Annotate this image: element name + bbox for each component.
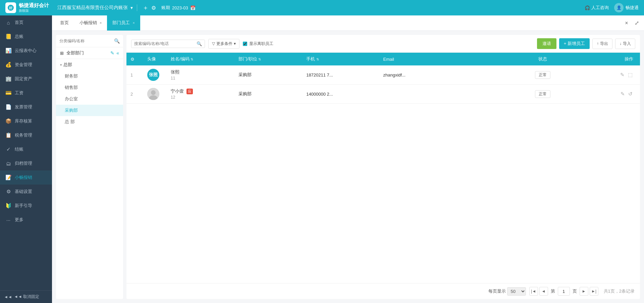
col-dept[interactable]: 部门/职位 ⇅ bbox=[234, 53, 302, 65]
col-phone[interactable]: 手机 ⇅ bbox=[302, 53, 379, 65]
table-header: ⚙ 头像 姓名/编码 ⇅ 部门/职位 ⇅ 手机 ⇅ Email 状态 操作 bbox=[126, 53, 640, 65]
col-name[interactable]: 姓名/编码 ⇅ bbox=[167, 53, 234, 65]
service-btn[interactable]: 🎧 人工咨询 bbox=[585, 5, 609, 11]
tab-expense[interactable]: 小畅报销 × bbox=[74, 15, 107, 31]
row-avatar-cell: 张照 bbox=[143, 65, 167, 85]
sidebar-item-invoice[interactable]: 📄 发票管理 bbox=[0, 100, 52, 114]
tab-close-btn[interactable]: × bbox=[622, 18, 631, 28]
import-btn[interactable]: ↓ 导入 bbox=[615, 39, 635, 49]
sidebar-item-ledger[interactable]: 📒 总账 bbox=[0, 30, 52, 44]
tree-label-caiwu: 财务部 bbox=[65, 73, 78, 79]
sidebar-item-assets[interactable]: 🏢 固定资产 bbox=[0, 72, 52, 86]
sidebar-item-inventory[interactable]: 📦 库存核算 bbox=[0, 114, 52, 128]
sidebar-item-funds[interactable]: 💰 资金管理 bbox=[0, 58, 52, 72]
tax-icon: 📋 bbox=[5, 132, 11, 138]
tree-item-caiwu[interactable]: 财务部 bbox=[56, 70, 123, 82]
collapse-icon[interactable]: « bbox=[116, 50, 119, 56]
col-action: 操作 bbox=[587, 53, 640, 65]
row-email-cell bbox=[379, 85, 498, 104]
edit-icon[interactable]: ✎ bbox=[621, 91, 625, 97]
tab-dept[interactable]: 部门员工 × bbox=[107, 15, 140, 31]
dept-search-input[interactable] bbox=[59, 39, 112, 43]
page-size-select[interactable]: 50 20 100 bbox=[507, 287, 526, 296]
prev-page-btn[interactable]: ◄ bbox=[539, 287, 548, 296]
tab-dept-close[interactable]: × bbox=[132, 21, 135, 25]
user-info[interactable]: 👤 畅捷通 bbox=[614, 3, 639, 12]
invite-btn[interactable]: 邀请 bbox=[537, 38, 556, 49]
employee-search-input[interactable] bbox=[134, 41, 195, 46]
toolbar: 🔍 ▽ 更多条件 ▾ 显示离职员工 邀请 + 新增员工 bbox=[126, 35, 640, 53]
dept-tree: ▾ 总部 财务部 销售部 办公室 bbox=[56, 59, 123, 299]
edit-dept-icon[interactable]: ✎ bbox=[110, 50, 114, 56]
tree-item-zongbu-root[interactable]: ▾ 总部 bbox=[56, 59, 123, 70]
sidebar-item-guide[interactable]: 🔰 新手引导 bbox=[0, 199, 52, 213]
refresh-icon[interactable]: ↺ bbox=[628, 91, 633, 97]
show-resigned-area: 显示离职员工 bbox=[243, 41, 273, 47]
logout-icon[interactable]: ⬚ bbox=[628, 72, 633, 78]
table-body: 1 张照 张熙 11 采购部 bbox=[126, 65, 640, 104]
sort-phone-icon: ⇅ bbox=[316, 57, 319, 61]
col-settings[interactable]: ⚙ bbox=[126, 53, 143, 65]
tab-expense-close[interactable]: × bbox=[100, 21, 102, 25]
logo-subtitle: 旗舰版 bbox=[19, 8, 49, 13]
sidebar-item-settings[interactable]: ⚙ 基础设置 bbox=[0, 185, 52, 199]
tree-item-zongbu2[interactable]: 总 部 bbox=[56, 116, 123, 128]
sidebar-label-settings: 基础设置 bbox=[15, 189, 32, 195]
import-label: 导入 bbox=[623, 41, 631, 47]
row-action-cell: ✎ ⬚ bbox=[587, 65, 640, 85]
sidebar-item-expense[interactable]: 📝 小畅报销 bbox=[0, 170, 52, 185]
cancel-fixed-icon: ◄◄ bbox=[4, 295, 12, 299]
sidebar-item-archive[interactable]: 🗂 归档管理 bbox=[0, 156, 52, 170]
export-btn[interactable]: ↑ 导出 bbox=[592, 39, 612, 49]
employee-code: 12 bbox=[171, 95, 230, 100]
tree-label-bangongshi: 办公室 bbox=[65, 96, 78, 102]
assets-icon: 🏢 bbox=[5, 76, 11, 82]
cancel-fixed-btn[interactable]: ◄◄ ◄◄ 取消固定 bbox=[0, 290, 52, 303]
tree-item-caigou[interactable]: 采购部 bbox=[56, 105, 123, 116]
tree-item-bangongshi[interactable]: 办公室 bbox=[56, 93, 123, 105]
svg-text:好: 好 bbox=[9, 6, 13, 10]
sidebar-item-reports[interactable]: 📊 云报表中心 bbox=[0, 44, 52, 58]
company-dropdown-icon[interactable]: ▾ bbox=[130, 5, 133, 10]
sidebar-item-home[interactable]: ⌂ 首页 bbox=[0, 15, 52, 30]
tree-label-zongbu2: 总 部 bbox=[65, 119, 75, 125]
show-resigned-checkbox[interactable] bbox=[243, 42, 247, 46]
filter-chevron: ▾ bbox=[234, 41, 236, 46]
row-action-cell: ✎ ↺ bbox=[587, 85, 640, 104]
sidebar-item-tax[interactable]: 📋 税务管理 bbox=[0, 128, 52, 142]
sidebar-label-reports: 云报表中心 bbox=[15, 48, 37, 54]
tab-expand-btn[interactable]: ⤢ bbox=[632, 18, 641, 28]
content-area: 首页 小畅报销 × 部门员工 × × ⤢ 🔍 bbox=[52, 15, 644, 303]
sidebar-label-close: 结账 bbox=[15, 146, 23, 152]
table-footer: 每页显示 50 20 100 |◄ ◄ 第 页 ► bbox=[126, 283, 640, 299]
more-filter-btn[interactable]: ▽ 更多条件 ▾ bbox=[208, 39, 239, 49]
page-input[interactable] bbox=[558, 287, 570, 296]
sidebar-label-tax: 税务管理 bbox=[15, 132, 32, 138]
last-page-btn[interactable]: ►| bbox=[590, 287, 598, 296]
period-area: 账期 2023-03 📅 bbox=[161, 5, 196, 11]
calendar-icon[interactable]: 📅 bbox=[190, 5, 196, 10]
page-content: 🔍 ⊞ 全部部门 ✎ « ▾ 总部 bbox=[52, 31, 644, 303]
sidebar-item-close[interactable]: ✓ 结账 bbox=[0, 142, 52, 156]
avatar bbox=[147, 88, 159, 100]
settings-icon[interactable]: ⚙ bbox=[151, 5, 156, 11]
sidebar-item-more[interactable]: ··· 更多 bbox=[0, 213, 52, 227]
tree-item-xiaoshou[interactable]: 销售部 bbox=[56, 82, 123, 93]
next-page-btn[interactable]: ► bbox=[580, 287, 588, 296]
tab-home[interactable]: 首页 bbox=[55, 15, 74, 31]
first-page-btn[interactable]: |◄ bbox=[529, 287, 538, 296]
employee-search-icon[interactable]: 🔍 bbox=[197, 41, 202, 46]
tree-label-zongbu-root: 总部 bbox=[63, 62, 72, 68]
add-employee-btn[interactable]: + 新增员工 bbox=[559, 38, 590, 49]
sidebar-label-home: 首页 bbox=[15, 19, 23, 26]
col-email: Email bbox=[379, 53, 498, 65]
company-selector[interactable]: 江西服宝精品有限责任公司内账张 ▾ bbox=[57, 5, 133, 11]
tab-bar-actions: × ⤢ bbox=[622, 15, 644, 31]
add-company-icon[interactable]: ＋ bbox=[143, 4, 149, 12]
main-layout: ⌂ 首页 📒 总账 📊 云报表中心 💰 资金管理 🏢 固定资产 💳 工资 📄 发… bbox=[0, 15, 644, 303]
total-label: 共1页，2条记录 bbox=[604, 288, 635, 294]
row-avatar-cell bbox=[143, 85, 167, 104]
edit-icon[interactable]: ✎ bbox=[620, 72, 625, 78]
dept-search-icon[interactable]: 🔍 bbox=[114, 38, 120, 44]
sidebar-item-salary[interactable]: 💳 工资 bbox=[0, 86, 52, 100]
